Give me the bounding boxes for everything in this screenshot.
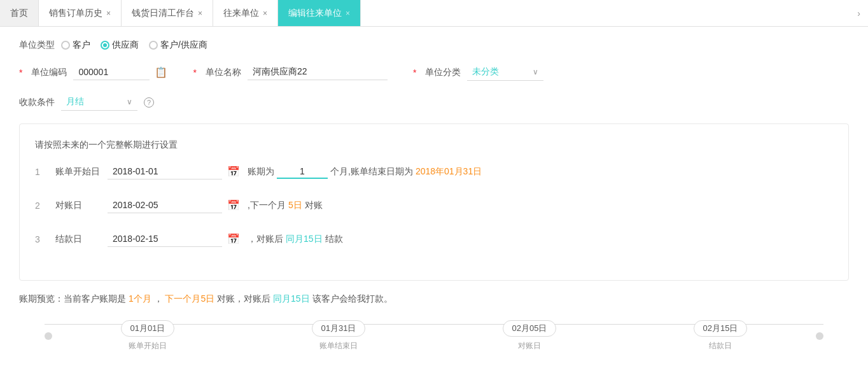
row-2-desc-suffix: 对账: [305, 200, 323, 211]
unit-code-field-group: 📋: [73, 64, 167, 80]
preview-part1: 1个月: [129, 293, 151, 304]
unit-info-row: * 单位编码 📋 * 单位名称 * 单位分类 未分类 ∨: [19, 64, 849, 81]
payment-terms-select[interactable]: 月结 ∨: [61, 94, 137, 111]
timeline-node-1: 01月01日: [121, 320, 175, 337]
tab-partner[interactable]: 往来单位 ×: [213, 0, 278, 26]
main-content: 单位类型 客户 供应商 客户/供应商 * 单位编码 📋 * 单位名称 *: [0, 27, 868, 387]
close-cash-work[interactable]: ×: [198, 9, 202, 18]
preview-sep2: 对账，对账后: [217, 293, 270, 304]
timeline-node-2: 01月31日: [312, 320, 366, 337]
row-1-value: 📅: [108, 164, 240, 179]
setting-row-3: 3 结款日 📅 ，对账后 同月15日 结款: [35, 231, 833, 247]
unit-name-required: *: [193, 67, 196, 78]
close-edit-partner[interactable]: ×: [346, 9, 350, 18]
radio-customer-label: 客户: [73, 39, 90, 51]
timeline-start-dot: [45, 332, 52, 340]
row-3-desc: ，对账后 同月15日 结款: [248, 234, 343, 245]
reconcile-date-input[interactable]: [108, 197, 222, 213]
preview-section: 账期预览：当前客户账期是 1个月 ， 下一个月5日 对账，对账后 同月15日 该…: [19, 293, 849, 305]
preview-part3: 同月15日: [273, 293, 310, 304]
unit-code-icon[interactable]: 📋: [155, 66, 167, 78]
payment-terms-chevron: ∨: [127, 97, 132, 106]
unit-type-row: 单位类型 客户 供应商 客户/供应商: [19, 39, 849, 51]
unit-type-label: 单位类型: [19, 39, 55, 51]
unit-category-required: *: [413, 67, 416, 78]
row-2-desc: ,下一个月 5日 对账: [248, 200, 323, 211]
chevron-right-icon: ›: [857, 8, 860, 18]
period-input[interactable]: [277, 165, 328, 179]
settings-section: 请按照未来的一个完整帐期进行设置 1 账单开始日 📅 账期为 个月,账单结束日期…: [19, 123, 849, 281]
payment-terms-value: 月结: [66, 96, 123, 108]
help-icon[interactable]: ?: [144, 97, 154, 108]
row-3-highlight: 同月15日: [286, 234, 323, 245]
timeline-point-4: 02月15日 结款日: [694, 320, 748, 351]
unit-category-value: 未分类: [472, 66, 529, 78]
unit-name-input[interactable]: [248, 64, 388, 80]
radio-supplier[interactable]: 供应商: [101, 39, 139, 51]
row-2-num: 2: [35, 201, 48, 211]
radio-supplier-label: 供应商: [112, 39, 139, 51]
reconcile-date-cal-icon[interactable]: 📅: [227, 199, 240, 211]
row-3-label: 结款日: [55, 234, 100, 245]
section-title: 请按照未来的一个完整帐期进行设置: [35, 139, 833, 151]
row-2-desc-prefix: ,下一个月: [248, 200, 286, 211]
unit-type-radio-group: 客户 供应商 客户/供应商: [61, 39, 207, 51]
tab-sales-history[interactable]: 销售订单历史 ×: [39, 0, 122, 26]
unit-name-label: 单位名称: [206, 67, 241, 78]
payment-date-cal-icon[interactable]: 📅: [227, 233, 240, 245]
row-3-value: 📅: [108, 231, 240, 247]
row-1-num: 1: [35, 167, 48, 177]
row-3-desc-prefix: ，对账后: [248, 234, 283, 245]
payment-terms-row: 收款条件 月结 ∨ ?: [19, 94, 849, 111]
close-sales-history[interactable]: ×: [106, 9, 111, 18]
radio-customer[interactable]: 客户: [61, 39, 90, 51]
radio-both-circle: [149, 41, 158, 50]
setting-row-2: 2 对账日 📅 ,下一个月 5日 对账: [35, 197, 833, 213]
setting-row-1: 1 账单开始日 📅 账期为 个月,账单结束日期为 2018年01月31日: [35, 164, 833, 179]
row-1-desc: 账期为 个月,账单结束日期为 2018年01月31日: [248, 165, 482, 179]
timeline-node-3: 02月05日: [503, 320, 557, 337]
preview-prefix: 账期预览：当前客户账期是: [19, 293, 126, 304]
tab-bar: 首页 销售订单历史 × 钱货日清工作台 × 往来单位 × 编辑往来单位 × ›: [0, 0, 868, 27]
row-2-highlight: 5日: [288, 200, 302, 211]
timeline-end-dot: [816, 332, 823, 340]
close-partner[interactable]: ×: [263, 9, 267, 18]
row-1-desc-suffix: 个月,账单结束日期为: [330, 166, 413, 178]
tab-home[interactable]: 首页: [0, 0, 39, 26]
row-3-num: 3: [35, 234, 48, 244]
row-1-highlight-date: 2018年01月31日: [416, 166, 482, 178]
tab-edit-partner[interactable]: 编辑往来单位 ×: [278, 0, 361, 26]
radio-supplier-circle: [101, 41, 109, 50]
row-1-desc-prefix: 账期为: [248, 166, 274, 178]
timeline-node-4: 02月15日: [694, 320, 748, 337]
start-date-cal-icon[interactable]: 📅: [227, 165, 240, 178]
timeline-container: 01月01日 账单开始日 01月31日 账单结束日 02月05日 对账日 02月…: [19, 320, 849, 377]
chevron-down-icon: ∨: [533, 67, 538, 76]
preview-part2: 下一个月5日: [165, 293, 214, 304]
unit-category-select[interactable]: 未分类 ∨: [467, 64, 543, 81]
timeline-label-2: 账单结束日: [319, 341, 358, 351]
row-1-label: 账单开始日: [55, 166, 100, 178]
unit-code-label: 单位编码: [31, 67, 67, 78]
radio-both-label: 客户/供应商: [160, 39, 207, 51]
radio-both[interactable]: 客户/供应商: [149, 39, 207, 51]
payment-terms-label: 收款条件: [19, 97, 55, 108]
payment-date-input[interactable]: [108, 231, 222, 247]
timeline-points: 01月01日 账单开始日 01月31日 账单结束日 02月05日 对账日 02月…: [52, 320, 816, 351]
row-3-desc-suffix: 结款: [325, 234, 343, 245]
timeline-label-1: 账单开始日: [129, 341, 167, 351]
radio-customer-circle: [61, 41, 70, 50]
timeline-label-3: 对账日: [518, 341, 541, 351]
start-date-input[interactable]: [108, 164, 222, 179]
tab-scroll-arrow[interactable]: ›: [850, 0, 868, 26]
timeline-point-2: 01月31日 账单结束日: [312, 320, 366, 351]
row-2-value: 📅: [108, 197, 240, 213]
unit-category-label: 单位分类: [425, 67, 461, 78]
row-2-label: 对账日: [55, 200, 100, 211]
timeline-label-4: 结款日: [709, 341, 732, 351]
tab-cash-work[interactable]: 钱货日清工作台 ×: [122, 0, 213, 26]
unit-code-input[interactable]: [73, 64, 150, 80]
preview-sep1: ，: [154, 293, 163, 304]
timeline-point-3: 02月05日 对账日: [503, 320, 557, 351]
unit-code-required: *: [19, 67, 22, 78]
